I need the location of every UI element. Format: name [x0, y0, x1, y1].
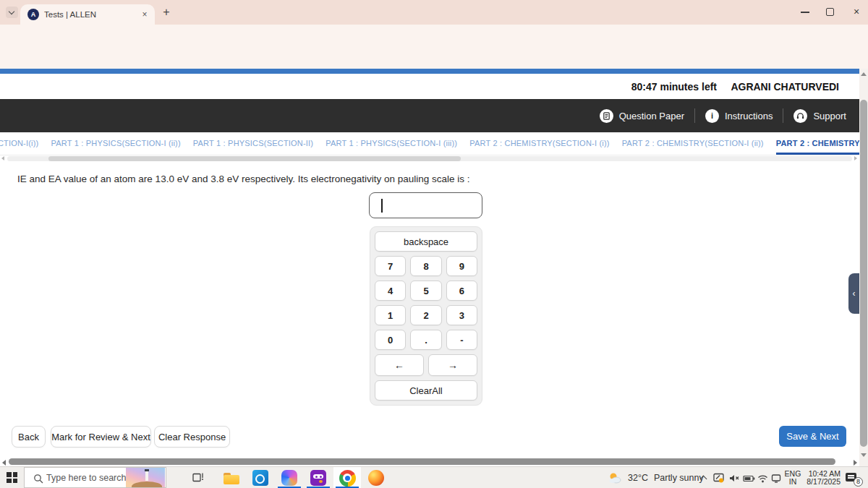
question-text: IE and EA value of an atom are 13.0 eV a… [17, 174, 470, 184]
section-tab-active[interactable]: PART 2 : CHEMISTRY(SECTION-II) [776, 132, 859, 155]
keypad-right-arrow-button[interactable]: → [428, 354, 477, 376]
search-placeholder: Type here to search [46, 473, 126, 483]
exam-timer: 80:47 minutes left [631, 81, 717, 93]
weather-temp: 32°C [628, 473, 648, 483]
bookmarks-bar: Gmail YouTube Maps [0, 48, 868, 69]
section-tab[interactable]: PART 2 : CHEMISTRY(SECTION-I (ii)) [622, 132, 764, 155]
search-icon [33, 474, 43, 484]
instructions-button[interactable]: i Instructions [705, 109, 773, 123]
section-tab[interactable]: PART 1 : PHYSICS(SECTION-II) [193, 132, 313, 155]
purple-goggles-app-taskbar-icon[interactable] [304, 467, 333, 488]
keypad-key-0[interactable]: 0 [375, 330, 406, 350]
window-minimize-button[interactable] [801, 12, 809, 13]
section-scrollbar-thumb[interactable] [48, 156, 461, 161]
taskbar-search-box[interactable]: Type here to search [24, 467, 166, 488]
horizontal-scrollbar-thumb[interactable] [9, 458, 835, 465]
weather-condition: Partly sunny [654, 473, 704, 483]
taskbar-weather[interactable]: 32°C Partly sunny [608, 467, 704, 488]
browser-tab[interactable]: A Tests | ALLEN × [20, 4, 155, 25]
support-button[interactable]: Support [793, 109, 846, 123]
mark-for-review-button[interactable]: Mark for Review & Next [51, 426, 151, 448]
question-palette-toggle[interactable]: ‹ [848, 273, 859, 314]
question-paper-button[interactable]: Question Paper [600, 109, 684, 123]
battery-icon[interactable] [743, 473, 755, 486]
text-caret [381, 199, 383, 213]
browser-toolbar: ← → ↻ allen.in/taj-ui/student-test?test_… [0, 25, 868, 48]
new-tab-button[interactable]: + [160, 6, 173, 19]
instructions-icon: i [705, 109, 719, 123]
keypad-key-8[interactable]: 8 [410, 256, 441, 276]
display-language-icon[interactable] [771, 473, 781, 486]
keypad-key-5[interactable]: 5 [410, 281, 441, 301]
chevron-down-icon [9, 9, 14, 14]
keypad-key-2[interactable]: 2 [410, 305, 441, 325]
scroll-right-arrow[interactable] [854, 460, 857, 466]
keypad-key-3[interactable]: 3 [446, 305, 477, 325]
screen-cast-icon[interactable] [713, 473, 725, 486]
tab-close-icon[interactable]: × [140, 10, 149, 19]
chevron-left-icon: ‹ [853, 288, 856, 299]
partly-sunny-icon [608, 472, 622, 484]
scroll-down-arrow[interactable] [861, 453, 867, 457]
exam-menu-bar: Question Paper i Instructions Support [0, 99, 859, 132]
page-vertical-scrollbar[interactable] [859, 69, 868, 466]
outlook-taskbar-icon[interactable] [246, 467, 275, 488]
answer-input[interactable] [369, 192, 482, 218]
scroll-up-arrow[interactable] [861, 72, 867, 76]
date-text: 8/17/2025 [801, 478, 841, 486]
section-tabs-scrollbar[interactable] [0, 155, 859, 162]
section-tab[interactable]: PART 1 : PHYSICS(SECTION-I (ii)) [51, 132, 180, 155]
keypad-key-dot[interactable]: . [410, 330, 441, 350]
keypad-key-1[interactable]: 1 [375, 305, 406, 325]
file-explorer-taskbar-icon[interactable] [217, 467, 246, 488]
question-paper-icon [600, 109, 613, 123]
scroll-left-arrow[interactable] [2, 460, 6, 466]
keypad-key-4[interactable]: 4 [375, 281, 406, 301]
desktop: A Tests | ALLEN × + × ← → ↻ allen.in/taj… [0, 0, 868, 488]
muted-speaker-icon[interactable] [729, 473, 740, 486]
section-tab[interactable]: PART 2 : CHEMISTRY(SECTION-I (i)) [469, 132, 609, 155]
task-view-button[interactable] [192, 472, 205, 486]
menu-separator [783, 108, 783, 123]
support-headset-icon [793, 109, 807, 123]
firefox-taskbar-icon[interactable] [362, 467, 391, 488]
windows-taskbar: Type here to search 32°C Partly sunny [0, 466, 868, 488]
keypad-key-7[interactable]: 7 [375, 256, 406, 276]
section-tab[interactable]: PART 1 : PHYSICS(SECTION-I (iii)) [326, 132, 457, 155]
allen-favicon-icon: A [27, 9, 39, 20]
browser-tab-title: Tests | ALLEN [44, 10, 96, 19]
window-maximize-button[interactable] [826, 8, 834, 16]
keypad-backspace-button[interactable]: backspace [375, 231, 477, 252]
browser-tab-strip: A Tests | ALLEN × + × [0, 0, 868, 25]
keypad-key-9[interactable]: 9 [446, 256, 477, 276]
page-top-strip [0, 69, 859, 74]
keypad-key-6[interactable]: 6 [446, 281, 477, 301]
wifi-icon[interactable] [757, 473, 768, 486]
section-scroll-right-arrow[interactable] [854, 156, 857, 160]
language-indicator[interactable]: ENG IN [783, 470, 803, 486]
chrome-taskbar-icon[interactable] [333, 467, 362, 488]
keypad-left-arrow-button[interactable]: ← [375, 354, 424, 376]
keypad-clear-all-button[interactable]: ClearAll [375, 380, 477, 401]
back-button[interactable]: Back [12, 426, 46, 448]
page-horizontal-scrollbar[interactable] [0, 457, 859, 466]
tab-search-button[interactable] [6, 7, 18, 18]
keypad-key-minus[interactable]: - [446, 330, 477, 350]
notification-badge[interactable]: 8 [854, 477, 863, 487]
section-scroll-left-arrow[interactable] [1, 156, 4, 160]
vertical-scrollbar-thumb[interactable] [860, 100, 867, 447]
candidate-name: AGRANI CHATURVEDI [731, 81, 839, 93]
copilot-taskbar-icon[interactable] [275, 467, 304, 488]
section-tabs: PART 1 : PHYSICS(SECTION-I(i)) PART 1 : … [0, 132, 859, 155]
search-highlight-image[interactable] [126, 468, 165, 487]
start-button[interactable] [7, 472, 17, 483]
save-and-next-button[interactable]: Save & Next [779, 426, 846, 447]
clear-response-button[interactable]: Clear Response [154, 426, 230, 448]
window-close-button[interactable]: × [851, 6, 862, 17]
exam-page: 80:47 minutes left AGRANI CHATURVEDI Que… [0, 69, 859, 466]
numeric-keypad: backspace 7 8 9 4 5 6 1 2 3 0 . - [370, 226, 482, 406]
menu-separator [694, 108, 695, 123]
clock[interactable]: 10:42 AM 8/17/2025 [801, 470, 841, 486]
section-tab[interactable]: PART 1 : PHYSICS(SECTION-I(i)) [0, 132, 38, 155]
